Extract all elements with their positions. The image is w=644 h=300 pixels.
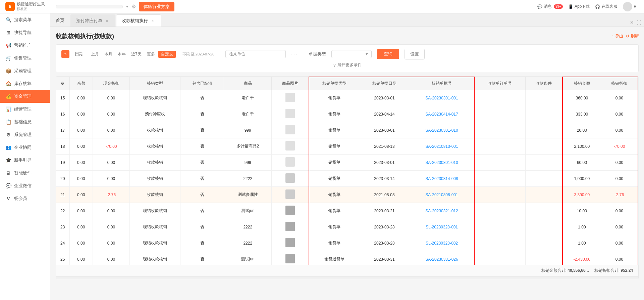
cell-doc-date: 2023-04-14 bbox=[359, 106, 409, 122]
user-item[interactable]: Rit bbox=[623, 2, 639, 11]
cell-type: 收款核销 bbox=[130, 155, 180, 171]
last-month-btn[interactable]: 上月 bbox=[89, 51, 101, 58]
this-month-btn[interactable]: 本月 bbox=[102, 51, 114, 58]
date-filter-label: 日期 bbox=[75, 51, 84, 57]
cell-product: 999 bbox=[224, 155, 272, 171]
cell-doc-no: SA-20230301-001 bbox=[410, 90, 475, 106]
cell-img bbox=[272, 187, 309, 203]
settings-icon[interactable]: ⚙ bbox=[131, 3, 136, 10]
more-dates-btn[interactable]: 更多 bbox=[145, 51, 157, 58]
custom-date-btn[interactable]: 自定义 bbox=[158, 51, 176, 58]
doc-no-link[interactable]: SA-20230301-001 bbox=[425, 96, 458, 100]
sidebar-item-finance[interactable]: 💰 资金管理 bbox=[0, 90, 50, 103]
doc-no-link[interactable]: SA-20210808-001 bbox=[425, 192, 458, 197]
doc-no-link[interactable]: SL-20230328-002 bbox=[426, 241, 458, 246]
sidebar-item-marketing[interactable]: 📢 营销推广 bbox=[0, 39, 50, 52]
cell-doc-no: SL-20230328-001 bbox=[410, 219, 475, 235]
top-bar-right: 💬 消息 99+ 📱 App下载 🎧 在线客服 Rit bbox=[537, 2, 639, 11]
cell-cash-discount: -70.00 bbox=[93, 138, 129, 155]
export-button[interactable]: ↑ 导出 bbox=[612, 34, 623, 39]
search-dropdown-arrow[interactable]: ▼ bbox=[125, 5, 129, 8]
sidebar-item-member[interactable]: V 畅会员 bbox=[0, 192, 50, 205]
maximize-icon[interactable]: ⛶ bbox=[637, 20, 641, 25]
filter-expand-btn[interactable]: » bbox=[61, 50, 69, 58]
cell-doc-type: 销货退货单 bbox=[309, 251, 360, 265]
cell-type: 现结收款核销 bbox=[130, 235, 180, 251]
logo-badge: 标准版 bbox=[17, 7, 45, 11]
tab-prepay[interactable]: 预付冲应付单 × bbox=[70, 14, 115, 27]
cell-img bbox=[272, 219, 309, 235]
cell-discount: 0.00 bbox=[601, 203, 638, 219]
sidebar-item-sales[interactable]: 🛒 销售管理 bbox=[0, 52, 50, 65]
counterpart-input[interactable] bbox=[225, 50, 286, 58]
horizontal-scrollbar[interactable] bbox=[56, 276, 638, 279]
tab2-close-icon[interactable]: × bbox=[150, 18, 155, 24]
cell-doc-date: 2023-03-21 bbox=[359, 203, 409, 219]
settings-button[interactable]: 设置 bbox=[405, 49, 425, 59]
solution-button[interactable]: 体验行业方案 bbox=[139, 2, 174, 11]
cell-cash-discount: -2.76 bbox=[93, 187, 129, 203]
sidebar-item-inventory[interactable]: 🏠 库存核算 bbox=[0, 77, 50, 90]
tab-home[interactable]: 首页 bbox=[50, 14, 70, 27]
doc-no-link[interactable]: SA-20230414-017 bbox=[425, 112, 458, 117]
sidebar-item-quicknav[interactable]: ⊞ 快捷导航 bbox=[0, 26, 50, 39]
top-search-box[interactable] bbox=[56, 5, 123, 8]
sidebar-item-system[interactable]: ⚙ 系统管理 bbox=[0, 128, 50, 141]
last7days-btn[interactable]: 近7天 bbox=[129, 51, 144, 58]
sidebar-item-guide[interactable]: 🎓 新手引导 bbox=[0, 154, 50, 167]
doc-no-link[interactable]: SA-20210813-001 bbox=[425, 144, 458, 149]
tab1-close-icon[interactable]: × bbox=[104, 18, 110, 24]
sidebar-label-finance: 资金管理 bbox=[14, 93, 32, 99]
cell-discount: -2.76 bbox=[601, 187, 638, 203]
cell-doc-type: 销货单 bbox=[309, 235, 360, 251]
doc-no-link[interactable]: SA-20230314-008 bbox=[425, 176, 458, 181]
doc-no-link[interactable]: SA-20230321-012 bbox=[425, 209, 458, 213]
cell-order-no bbox=[474, 187, 525, 203]
app-download-item[interactable]: 📱 App下载 bbox=[568, 4, 590, 9]
expand-conditions-btn[interactable]: ∨ 展开更多条件 bbox=[333, 62, 362, 68]
doc-no-link[interactable]: SA-20230331-026 bbox=[425, 257, 458, 262]
th-doc-type: 核销单据类型 bbox=[309, 77, 360, 90]
doc-no-link[interactable]: SA-20230301-010 bbox=[425, 160, 458, 165]
cell-discount: 0.00 bbox=[601, 122, 638, 138]
sidebar-item-basic[interactable]: 📋 基础信息 bbox=[0, 116, 50, 128]
query-button[interactable]: 查询 bbox=[377, 49, 399, 59]
th-condition: 收款条件 bbox=[525, 77, 562, 90]
sidebar-item-collab[interactable]: 👥 企业协同 bbox=[0, 141, 50, 154]
sidebar-item-wechat[interactable]: 💬 企业微信 bbox=[0, 179, 50, 192]
tab-bar: 首页 预付冲应付单 × 收款核销执行 × ✕ ⛶ bbox=[50, 13, 644, 27]
cell-balance: 0.00 bbox=[69, 106, 93, 122]
sidebar-item-purchase[interactable]: 📦 采购管理 bbox=[0, 65, 50, 77]
cell-type: 收款核销 bbox=[130, 122, 180, 138]
counterpart-more-icon[interactable]: ··· bbox=[291, 51, 298, 57]
cell-balance: 0.00 bbox=[69, 219, 93, 235]
message-item[interactable]: 💬 消息 99+ bbox=[537, 4, 563, 9]
cell-doc-no: SA-20210813-001 bbox=[410, 138, 475, 155]
refresh-label: 刷新 bbox=[631, 34, 639, 39]
table-wrapper[interactable]: ⚙ 余额 现金折扣 核销类型 包含已结清 商品 商品图片 核销单据类型 核销单据… bbox=[56, 77, 638, 265]
cell-condition bbox=[525, 138, 562, 155]
doc-no-link[interactable]: SL-20230328-001 bbox=[426, 225, 458, 229]
cell-product: 2222 bbox=[224, 219, 272, 235]
sidebar-label-wechat: 企业微信 bbox=[14, 183, 32, 189]
cell-product: 老白干 bbox=[224, 90, 272, 106]
message-badge: 99+ bbox=[554, 4, 563, 9]
close-window-icon[interactable]: ✕ bbox=[630, 20, 634, 25]
cell-condition bbox=[525, 155, 562, 171]
sidebar: 🔍 搜索菜单 ⊞ 快捷导航 📢 营销推广 🛒 销售管理 📦 采购管理 🏠 库存核… bbox=[0, 13, 50, 300]
th-type: 核销类型 bbox=[130, 77, 180, 90]
sidebar-item-hardware[interactable]: 🖥 智能硬件 bbox=[0, 167, 50, 179]
expand-conditions-row: ∨ 展开更多条件 bbox=[61, 62, 633, 68]
refresh-button[interactable]: ↺ 刷新 bbox=[626, 34, 639, 39]
sidebar-item-search[interactable]: 🔍 搜索菜单 bbox=[0, 13, 50, 26]
th-cash-discount: 现金折扣 bbox=[93, 77, 129, 90]
single-type-select[interactable]: ▼ bbox=[331, 50, 372, 58]
sidebar-item-management[interactable]: 📊 经营管理 bbox=[0, 103, 50, 116]
tab-collection[interactable]: 收款核销执行 × bbox=[116, 14, 161, 27]
cell-included: 否 bbox=[180, 187, 224, 203]
online-service-item[interactable]: 🎧 在线客服 bbox=[595, 4, 618, 9]
doc-no-link[interactable]: SA-20230301-010 bbox=[425, 128, 458, 133]
top-search-area: ▼ ⚙ 体验行业方案 bbox=[56, 2, 537, 11]
cell-doc-type: 销货单 bbox=[309, 106, 360, 122]
this-year-btn[interactable]: 本年 bbox=[116, 51, 128, 58]
